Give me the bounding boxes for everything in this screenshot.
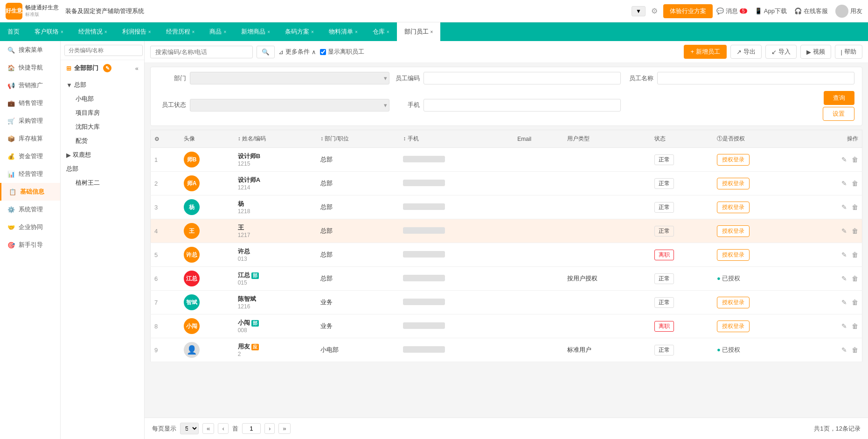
help-button[interactable]: | 帮助 xyxy=(835,45,862,59)
edit-icon[interactable]: ✎ xyxy=(841,180,847,187)
delete-icon[interactable]: 🗑 xyxy=(852,322,858,330)
navtab-close-icon[interactable]: × xyxy=(431,29,433,35)
navtab-close-icon[interactable]: × xyxy=(148,29,151,35)
prev-page-button[interactable]: ‹ xyxy=(218,423,228,434)
auth-login-button[interactable]: 授权登录 xyxy=(717,249,750,261)
phone-input[interactable] xyxy=(424,99,621,111)
search-input[interactable] xyxy=(150,46,253,58)
system-dropdown[interactable]: ▼ xyxy=(632,6,646,16)
delete-icon[interactable]: 🗑 xyxy=(852,346,858,354)
delete-icon[interactable]: 🗑 xyxy=(852,299,858,306)
auth-login-button[interactable]: 授权登录 xyxy=(717,225,750,237)
auth-login-button[interactable]: 授权登录 xyxy=(717,321,750,332)
navtab-仓库[interactable]: 仓库 × xyxy=(365,22,397,41)
navtab-物料清单[interactable]: 物料清单 × xyxy=(321,22,365,41)
search-button[interactable]: 🔍 xyxy=(257,46,275,58)
dept-edit-icon[interactable]: ✎ xyxy=(103,64,111,72)
sidebar-item-sales[interactable]: 💼销售管理 xyxy=(0,94,60,112)
trial-button[interactable]: 体验行业方案 xyxy=(663,4,713,18)
auth-login-button[interactable]: 授权登录 xyxy=(717,178,750,189)
dept-select[interactable] xyxy=(190,72,389,84)
sidebar-item-inventory[interactable]: 📦库存核算 xyxy=(0,130,60,147)
navtab-close-icon[interactable]: × xyxy=(311,29,314,35)
gear-icon[interactable]: ⚙ xyxy=(651,7,658,15)
dept-node-projectroom[interactable]: 项目库房 xyxy=(61,106,144,120)
navtab-条码方案[interactable]: 条码方案 × xyxy=(278,22,321,41)
online-support-button[interactable]: 🎧 在线客服 xyxy=(794,7,828,15)
delete-icon[interactable]: 🗑 xyxy=(852,156,858,163)
export-button[interactable]: ↗ 导出 xyxy=(730,45,762,59)
edit-icon[interactable]: ✎ xyxy=(841,227,847,235)
next-page-button[interactable]: › xyxy=(264,423,275,434)
dept-node-xiaodianbv[interactable]: 小电部 xyxy=(61,92,144,106)
navtab-close-icon[interactable]: × xyxy=(355,29,358,35)
dept-node-zongbu-expand[interactable]: ▼ 总部 xyxy=(61,78,144,92)
edit-icon[interactable]: ✎ xyxy=(841,299,847,306)
show-resigned-label[interactable]: 显示离职员工 xyxy=(320,48,364,56)
add-employee-button[interactable]: + 新增员工 xyxy=(684,45,726,59)
navtab-close-icon[interactable]: × xyxy=(387,29,389,35)
th-phone[interactable]: ↕ 手机 xyxy=(399,130,514,148)
dept-collapse-button[interactable]: « xyxy=(135,65,139,72)
navtab-部门员工[interactable]: 部门员工 × xyxy=(397,22,441,41)
sidebar-item-basic-info[interactable]: 📋基础信息 xyxy=(0,183,60,201)
page-number-input[interactable] xyxy=(242,423,261,434)
navtab-close-icon[interactable]: × xyxy=(192,29,195,35)
app-download-button[interactable]: 📱 App下载 xyxy=(755,7,787,15)
sidebar-item-operations[interactable]: 📊经营管理 xyxy=(0,165,60,183)
dept-node-shenyang[interactable]: 沈阳大库 xyxy=(61,120,144,134)
sidebar-item-corp[interactable]: 🤝企业协同 xyxy=(0,218,60,236)
dept-node-zhishu[interactable]: 植树王二 xyxy=(61,176,144,190)
auth-login-button[interactable]: 授权登录 xyxy=(717,154,750,166)
sidebar-item-guide[interactable]: 🎯新手引导 xyxy=(0,236,60,254)
sidebar-item-finance[interactable]: 💰资金管理 xyxy=(0,147,60,165)
edit-icon[interactable]: ✎ xyxy=(841,275,847,282)
delete-icon[interactable]: 🗑 xyxy=(852,227,858,235)
sidebar-item-system[interactable]: ⚙️系统管理 xyxy=(0,201,60,218)
dept-node-peihuo[interactable]: 配货 xyxy=(61,134,144,148)
first-page-button[interactable]: « xyxy=(202,423,214,434)
navtab-close-icon[interactable]: × xyxy=(223,29,226,35)
messages-button[interactable]: 💬 消息 5 xyxy=(716,7,747,15)
navtab-商品[interactable]: 商品 × xyxy=(202,22,234,41)
navtab-客户联络[interactable]: 客户联络 × xyxy=(27,22,71,41)
th-name[interactable]: ↕ 姓名/编码 xyxy=(234,130,317,148)
status-select[interactable] xyxy=(190,99,389,111)
edit-icon[interactable]: ✎ xyxy=(841,322,847,330)
navtab-close-icon[interactable]: × xyxy=(104,29,107,35)
sidebar-item-purchase[interactable]: 🛒采购管理 xyxy=(0,112,60,130)
last-page-button[interactable]: » xyxy=(278,423,290,434)
navtab-经营历程[interactable]: 经营历程 × xyxy=(159,22,202,41)
navtab-利润报告[interactable]: 利润报告 × xyxy=(115,22,159,41)
auth-login-button[interactable]: 授权登录 xyxy=(717,202,750,213)
show-resigned-checkbox[interactable] xyxy=(320,49,326,55)
dept-node-zongbu2[interactable]: 总部 xyxy=(61,162,144,176)
navtab-close-icon[interactable]: × xyxy=(61,29,63,35)
view-button[interactable]: ▶ 视频 xyxy=(800,45,831,59)
edit-icon[interactable]: ✎ xyxy=(841,203,847,211)
more-filters-button[interactable]: ⊿ 更多条件 ∧ xyxy=(278,48,316,56)
th-dept[interactable]: ↕ 部门/职位 xyxy=(317,130,399,148)
navtab-新增商品[interactable]: 新增商品 × xyxy=(234,22,278,41)
edit-icon[interactable]: ✎ xyxy=(841,156,847,163)
edit-icon[interactable]: ✎ xyxy=(841,251,847,258)
th-settings[interactable]: ⚙ xyxy=(151,130,181,148)
delete-icon[interactable]: 🗑 xyxy=(852,275,858,282)
reset-button[interactable]: 设置 xyxy=(823,107,854,121)
per-page-select[interactable]: 50 100 xyxy=(180,423,199,434)
navtab-经营情况[interactable]: 经营情况 × xyxy=(71,22,115,41)
sidebar-item-quick-nav[interactable]: 🏠快捷导航 xyxy=(0,59,60,77)
import-button[interactable]: ↙ 导入 xyxy=(765,45,797,59)
navtab-close-icon[interactable]: × xyxy=(267,29,270,35)
sidebar-item-marketing[interactable]: 📢营销推广 xyxy=(0,77,60,94)
sidebar-item-search-menu[interactable]: 🔍搜索菜单 xyxy=(0,41,60,59)
delete-icon[interactable]: 🗑 xyxy=(852,180,858,187)
edit-icon[interactable]: ✎ xyxy=(841,346,847,354)
user-menu[interactable]: 用友 xyxy=(835,5,862,18)
query-button[interactable]: 查询 xyxy=(824,91,854,105)
navtab-首页[interactable]: 首页 xyxy=(0,22,27,41)
auth-login-button[interactable]: 授权登录 xyxy=(717,297,750,308)
dept-node-shuanglu[interactable]: ▶ 双鹿想 xyxy=(61,148,144,162)
delete-icon[interactable]: 🗑 xyxy=(852,203,858,211)
dept-search-input[interactable] xyxy=(64,45,143,56)
